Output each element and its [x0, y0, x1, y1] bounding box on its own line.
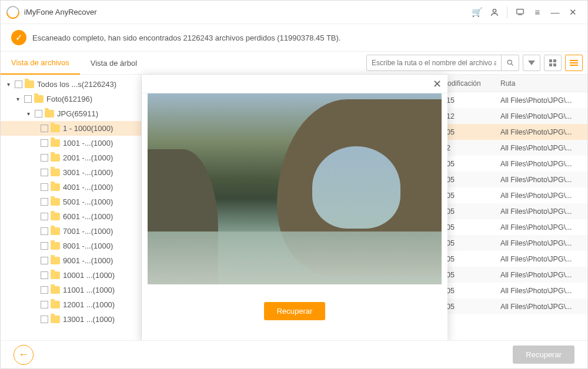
folder-icon — [51, 213, 60, 220]
tree-label: 6001 -...(1000) — [63, 212, 113, 221]
tree-node-range[interactable]: 9001 -...(1000) — [1, 253, 141, 268]
cart-icon[interactable]: 🛒 — [468, 4, 486, 21]
tree-node-range[interactable]: 12001 ...(1000) — [1, 297, 141, 312]
svg-point-0 — [493, 9, 496, 12]
tree-label: 1 - 1000(1000) — [63, 124, 113, 133]
folder-icon — [51, 198, 60, 206]
tree-sidebar[interactable]: ▾ Todos los ...s(2126243) ▾ Foto(612196)… — [1, 75, 142, 343]
svg-line-3 — [511, 63, 513, 65]
svg-point-2 — [507, 60, 512, 64]
tree-label: 8001 -...(1000) — [63, 241, 113, 250]
status-text: Escaneado completo, han sido encontrados… — [32, 33, 340, 42]
tree-node-foto[interactable]: ▾ Foto(612196) — [1, 92, 141, 106]
list-icon — [570, 60, 578, 66]
tree-node-range[interactable]: 2001 -...(1000) — [1, 150, 141, 165]
checkbox[interactable] — [41, 183, 48, 191]
folder-icon — [51, 183, 60, 191]
tree-node-range[interactable]: 6001 -...(1000) — [1, 209, 141, 224]
cell-path: All Files\Photo\JPG\... — [495, 271, 587, 279]
search-button[interactable] — [501, 55, 519, 71]
chevron-down-icon[interactable]: ▾ — [4, 81, 12, 88]
tree-label: 7001 -...(1000) — [63, 227, 113, 236]
tree-node-range[interactable]: 4001 -...(1000) — [1, 180, 141, 194]
tree-label: JPG(65911) — [57, 109, 98, 118]
folder-icon — [34, 95, 44, 103]
bottom-bar: ← Recuperar — [1, 340, 587, 368]
cell-path: All Files\Photo\JPG\... — [495, 112, 587, 120]
folder-icon — [45, 110, 54, 118]
folder-icon — [51, 169, 60, 176]
filter-button[interactable] — [523, 55, 540, 71]
feedback-icon[interactable] — [511, 4, 529, 21]
preview-panel: ✕ Recuperar — [142, 75, 447, 342]
checkbox[interactable] — [41, 169, 48, 176]
checkbox[interactable] — [41, 125, 48, 132]
tree-label: 2001 -...(1000) — [63, 153, 113, 162]
folder-icon — [51, 286, 60, 294]
checkbox[interactable] — [15, 80, 22, 88]
chevron-down-icon[interactable]: ▾ — [14, 96, 22, 102]
preview-recover-button[interactable]: Recuperar — [264, 302, 326, 320]
minimize-icon[interactable]: — — [546, 4, 564, 21]
cell-path: All Files\Photo\JPG\... — [495, 144, 587, 152]
checkbox[interactable] — [41, 213, 48, 220]
cell-path: All Files\Photo\JPG\... — [495, 192, 587, 200]
chevron-down-icon[interactable]: ▾ — [24, 110, 32, 117]
checkbox[interactable] — [41, 286, 48, 294]
col-path[interactable]: Ruta — [495, 79, 587, 88]
tabs-toolbar: Vista de archivos Vista de árbol — [1, 51, 587, 75]
app-title: iMyFone AnyRecover — [24, 8, 97, 16]
tree-node-range[interactable]: 1 - 1000(1000) — [1, 121, 141, 136]
recover-button[interactable]: Recuperar — [513, 345, 574, 364]
tree-node-range[interactable]: 8001 -...(1000) — [1, 239, 141, 253]
tree-node-range[interactable]: 10001 ...(1000) — [1, 268, 141, 283]
checkbox[interactable] — [41, 198, 48, 206]
checkbox[interactable] — [41, 242, 48, 250]
folder-icon — [25, 80, 34, 88]
folder-icon — [51, 316, 60, 323]
tree-node-root[interactable]: ▾ Todos los ...s(2126243) — [1, 77, 141, 92]
tree-node-range[interactable]: 5001 -...(1000) — [1, 194, 141, 209]
tree-node-range[interactable]: 11001 ...(1000) — [1, 283, 141, 297]
menu-icon[interactable]: ≡ — [529, 4, 546, 21]
folder-icon — [51, 257, 60, 264]
tree-label: 11001 ...(1000) — [63, 286, 115, 294]
checkbox[interactable] — [41, 316, 48, 323]
tab-tree[interactable]: Vista de árbol — [80, 51, 148, 75]
tree-node-jpg[interactable]: ▾ JPG(65911) — [1, 106, 141, 121]
folder-icon — [51, 125, 60, 132]
tree-label: 1001 -...(1000) — [63, 139, 113, 147]
grid-view-button[interactable] — [544, 55, 562, 71]
tree-node-range[interactable]: 3001 -...(1000) — [1, 165, 141, 180]
cell-path: All Files\Photo\JPG\... — [495, 287, 587, 295]
cell-path: All Files\Photo\JPG\... — [495, 303, 587, 311]
checkbox[interactable] — [41, 301, 48, 308]
checkbox[interactable] — [41, 257, 48, 264]
folder-icon — [51, 301, 60, 308]
back-button[interactable]: ← — [14, 345, 34, 365]
tree-node-range[interactable]: 13001 ...(1000) — [1, 312, 141, 327]
cell-path: All Files\Photo\JPG\... — [495, 223, 587, 232]
preview-close-icon[interactable]: ✕ — [433, 78, 442, 90]
tree-node-range[interactable]: 1001 -...(1000) — [1, 136, 141, 150]
cell-path: All Files\Photo\JPG\... — [495, 96, 587, 105]
folder-icon — [51, 242, 60, 250]
tree-label: Todos los ...s(2126243) — [37, 80, 116, 89]
checkbox[interactable] — [41, 227, 48, 235]
close-icon[interactable]: ✕ — [564, 4, 582, 21]
search-input[interactable] — [367, 55, 501, 71]
preview-image — [148, 93, 442, 284]
grid-icon — [549, 59, 556, 66]
checkbox[interactable] — [35, 110, 42, 118]
checkbox[interactable] — [41, 139, 48, 147]
user-icon[interactable] — [486, 4, 503, 21]
list-view-button[interactable] — [565, 55, 583, 71]
cell-path: All Files\Photo\JPG\... — [495, 128, 587, 136]
tab-files[interactable]: Vista de archivos — [1, 51, 80, 75]
status-bar: ✓ Escaneado completo, han sido encontrad… — [1, 24, 587, 51]
checkbox[interactable] — [41, 154, 48, 162]
file-area: e modificación Ruta 11-15All Files\Photo… — [142, 75, 587, 343]
tree-node-range[interactable]: 7001 -...(1000) — [1, 224, 141, 239]
checkbox[interactable] — [24, 95, 32, 103]
checkbox[interactable] — [41, 271, 48, 279]
